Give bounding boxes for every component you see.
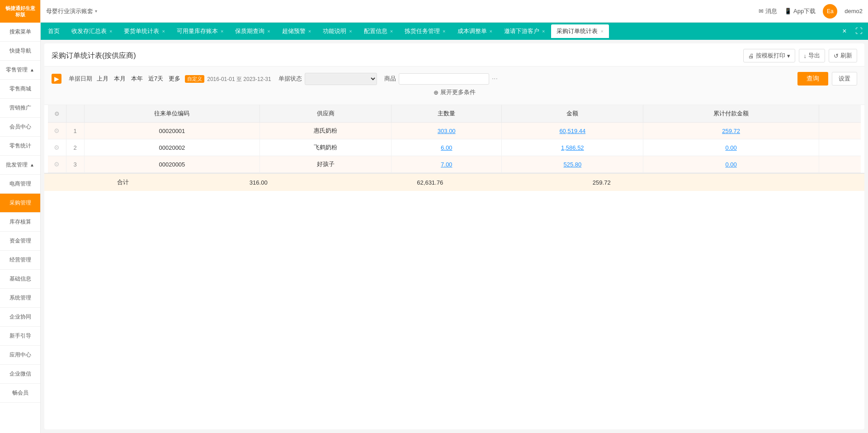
export-button[interactable]: ↓ 导出 (799, 49, 826, 62)
tab-label-home: 首页 (48, 27, 60, 35)
tab-keyongliangsun[interactable]: 可用量库存账本× (171, 24, 229, 38)
cell-paid[interactable]: 0.00 (643, 156, 819, 173)
export-icon: ↓ (804, 52, 807, 59)
tab-label-keyongliangsun: 可用量库存账本 (177, 27, 218, 35)
cell-supplier: 飞鹤奶粉 (260, 139, 392, 156)
tab-close-yaoqingxiayou[interactable]: × (542, 29, 545, 34)
tab-zhuohuorenwu[interactable]: 拣货任务管理× (399, 24, 451, 38)
tab-label-caigoutongjibiao: 采购订单统计表 (557, 27, 598, 35)
print-button[interactable]: 🖨 按模板打印 ▾ (743, 49, 795, 62)
cell-amount[interactable]: 1,586.52 (502, 139, 643, 156)
expand-more-button[interactable]: ⊕ 展开更多条件 (52, 86, 857, 99)
tab-close-chenbendiaozheng[interactable]: × (490, 29, 492, 34)
sidebar-item-retailshop[interactable]: 零售商城 (0, 80, 40, 99)
status-select[interactable] (305, 73, 377, 85)
workspace-dropdown-arrow[interactable]: ▾ (95, 9, 97, 14)
sidebar-item-basic[interactable]: 基础信息 (0, 270, 40, 289)
sidebar-item-vip[interactable]: 畅会员 (0, 384, 40, 403)
date-shortcut-more[interactable]: 更多 (167, 74, 182, 84)
tab-close-chaochuyujing[interactable]: × (308, 29, 311, 34)
cell-gear: ⚙ (48, 123, 66, 139)
status-filter-label: 单据状态 (278, 75, 302, 83)
cell-qty[interactable]: 303.00 (391, 123, 501, 139)
th-paid: 累计付款金额 (643, 105, 819, 123)
filter-toggle-button[interactable]: ▶ (52, 74, 61, 84)
goods-more-icon[interactable]: ··· (492, 75, 498, 83)
tab-yaohuodantongjibiao[interactable]: 要货单统计表× (118, 24, 170, 38)
sidebar-item-ops[interactable]: 经营管理 (0, 251, 40, 270)
date-shortcut-this-year[interactable]: 本年 (129, 74, 145, 84)
header-actions: 🖨 按模板打印 ▾ ↓ 导出 ↺ 刷新 (743, 49, 858, 62)
logo: 畅捷通好生意标版 (0, 0, 40, 23)
sidebar-item-ecommerce[interactable]: 电商管理 (0, 175, 40, 194)
tab-peizhi[interactable]: 配置信息× (359, 24, 398, 38)
custom-date-badge[interactable]: 自定义 (185, 75, 204, 83)
tab-close-button[interactable]: × (839, 26, 850, 37)
th-code: 往来单位编码 (84, 105, 260, 123)
tab-close-peizhi[interactable]: × (390, 29, 393, 34)
user-avatar[interactable]: Ea (823, 4, 837, 19)
refresh-button[interactable]: ↺ 刷新 (829, 49, 857, 62)
cell-row-num: 3 (66, 156, 84, 173)
tab-label-peizhi: 配置信息 (364, 27, 387, 35)
sidebar-item-newguide[interactable]: 新手引导 (0, 327, 40, 346)
filter-area: ▶ 单据日期 上月 本月 本年 近7天 更多 自定义 2016-01-01 至 … (44, 67, 864, 105)
sidebar-item-corpwechat[interactable]: 企业微信 (0, 365, 40, 384)
goods-filter-label: 商品 (384, 75, 396, 83)
date-range-text: 2016-01-01 至 2023-12-31 (207, 76, 271, 83)
tab-chaochuyujing[interactable]: 超储预警× (277, 24, 316, 38)
tab-yaoqingxiayou[interactable]: 邀请下游客户× (499, 24, 550, 38)
sidebar-item-marketing[interactable]: 营销推广 (0, 99, 40, 118)
tab-close-shoufahuizong[interactable]: × (109, 29, 112, 34)
topbar-right: ✉ 消息 📱 App下载 Ea demo2 (759, 4, 863, 19)
th-extra (819, 105, 861, 123)
cell-amount[interactable]: 60,519.44 (502, 123, 643, 139)
table-row: ⚙100020001惠氏奶粉303.0060,519.44259.72 (48, 123, 861, 139)
sidebar-item-member[interactable]: 会员中心 (0, 118, 40, 137)
tab-label-chaochuyujing: 超储预警 (282, 27, 306, 35)
tab-close-gongnengshuo[interactable]: × (349, 29, 352, 34)
tab-close-yaohuodantongjibiao[interactable]: × (162, 29, 165, 34)
sidebar-item-retail[interactable]: 零售管理 ▲ (0, 61, 40, 80)
query-button[interactable]: 查询 (797, 72, 828, 86)
tab-chenbendiaozheng[interactable]: 成本调整单× (452, 24, 498, 38)
cell-paid[interactable]: 259.72 (643, 123, 819, 139)
sidebar-item-retailstat[interactable]: 零售统计 (0, 137, 40, 156)
message-button[interactable]: ✉ 消息 (759, 7, 777, 15)
sidebar-item-quicknav[interactable]: 快捷导航 (0, 42, 40, 61)
settings-button[interactable]: 设置 (832, 72, 857, 86)
tab-shoufahuizong[interactable]: 收发存汇总表× (66, 24, 118, 38)
tab-icons: × ⛶ (839, 26, 866, 37)
cell-qty[interactable]: 7.00 (391, 156, 501, 173)
sidebar-item-search[interactable]: 搜索菜单 (0, 23, 40, 42)
tab-close-keyongliangsun[interactable]: × (221, 29, 223, 34)
cell-amount[interactable]: 525.80 (502, 156, 643, 173)
tab-home[interactable]: 首页 (42, 24, 65, 38)
cell-code: 00020001 (84, 123, 260, 139)
date-shortcut-last-month[interactable]: 上月 (95, 74, 110, 84)
sidebar-item-inventory[interactable]: 库存核算 (0, 213, 40, 232)
tab-close-baoyuqichaxun[interactable]: × (267, 29, 270, 34)
message-label: 消息 (765, 7, 777, 15)
date-shortcut-7days[interactable]: 近7天 (146, 74, 165, 84)
table-header-row: ⚙ 往来单位编码 供应商 主数量 金额 累计付款金额 (48, 105, 861, 123)
sidebar-item-finance[interactable]: 资金管理 (0, 232, 40, 251)
tab-close-zhuohuorenwu[interactable]: × (443, 29, 445, 34)
date-shortcuts: 上月 本月 本年 近7天 更多 (95, 74, 182, 84)
sidebar-item-corp[interactable]: 企业协同 (0, 308, 40, 327)
app-download-button[interactable]: 📱 App下载 (784, 7, 816, 15)
tab-caigoutongjibiao[interactable]: 采购订单统计表× (551, 24, 609, 38)
sidebar-item-appcenter[interactable]: 应用中心 (0, 346, 40, 365)
sidebar-item-wholesale[interactable]: 批发管理 ▲ (0, 156, 40, 175)
sidebar-item-purchase[interactable]: 采购管理 (0, 194, 40, 213)
tab-maximize-button[interactable]: ⛶ (854, 26, 864, 37)
date-shortcut-this-month[interactable]: 本月 (112, 74, 127, 84)
goods-input[interactable] (399, 73, 489, 85)
cell-paid[interactable]: 0.00 (643, 139, 819, 156)
cell-qty[interactable]: 6.00 (391, 139, 501, 156)
sidebar-item-system[interactable]: 系统管理 (0, 289, 40, 308)
tab-baoyuqichaxun[interactable]: 保质期查询× (230, 24, 275, 38)
tab-close-caigoutongjibiao[interactable]: × (600, 29, 603, 34)
filter-row-1: ▶ 单据日期 上月 本月 本年 近7天 更多 自定义 2016-01-01 至 … (52, 72, 857, 86)
tab-gongnengshuo[interactable]: 功能说明× (317, 24, 357, 38)
